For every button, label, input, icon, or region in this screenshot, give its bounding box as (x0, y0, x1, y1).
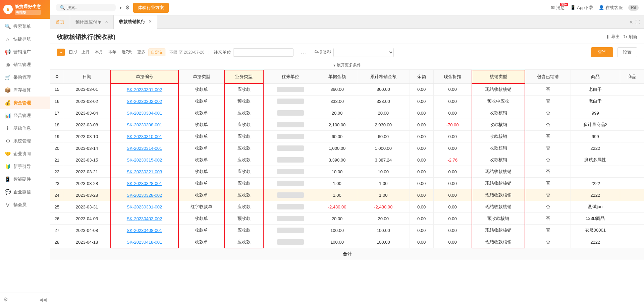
sidebar-item-guide[interactable]: 🔰 新手引导 (0, 160, 50, 173)
td-row-no: 18 (50, 119, 64, 131)
td-goods2 (620, 83, 644, 96)
date-btn-custom[interactable]: 自定义 (149, 49, 165, 56)
app-download-link[interactable]: 📱 App下载 (570, 5, 593, 11)
date-filter-group: 日期 上月 本月 本年 近7天 更多 自定义 (69, 49, 166, 56)
th-settings[interactable]: ⚙ (50, 70, 64, 83)
tab-verify[interactable]: 收款核销执行 ✕ (114, 15, 157, 29)
sidebar-item-system[interactable]: ⚙ 系统管理 (0, 135, 50, 147)
tab-home[interactable]: 首页 (50, 15, 70, 29)
tab-close-verify[interactable]: ✕ (149, 19, 152, 24)
sidebar-item-inventory[interactable]: 📦 库存核算 (0, 84, 50, 97)
chevron-down-icon: ▾ (333, 63, 335, 68)
td-cum-verify: 60.00 (357, 131, 410, 142)
date-btn-this-year[interactable]: 本年 (106, 49, 118, 56)
search-box[interactable]: 🔍 (56, 4, 116, 11)
unit-filter-input[interactable] (233, 48, 293, 57)
td-amount: 333.00 (317, 96, 357, 107)
query-button[interactable]: 查询 (591, 47, 613, 57)
table-row: 18 2023-03-08 SK-20230308-001 收款单 应收款 BL… (50, 119, 644, 131)
sidebar-item-member[interactable]: V 畅会员 (0, 198, 50, 211)
tab-prepay[interactable]: 预计应应付单 ✕ (70, 15, 114, 29)
td-cash-discount: 0.00 (433, 96, 472, 107)
td-include-settled: 否 (525, 119, 571, 131)
sidebar-item-basic[interactable]: ℹ 基础信息 (0, 122, 50, 135)
date-btn-this-month[interactable]: 本月 (93, 49, 105, 56)
td-doc-no: SK-20230408-001 (110, 225, 179, 236)
sidebar-item-wechat[interactable]: 💬 企业微信 (0, 186, 50, 198)
doc-no-link[interactable]: SK-20230321-003 (127, 169, 162, 174)
doc-no-link[interactable]: SK-20230418-001 (127, 240, 162, 245)
settings-button[interactable]: 设置 (617, 47, 637, 57)
tab-close-prepay[interactable]: ✕ (105, 20, 108, 24)
td-cash-discount: -70.00 (433, 119, 472, 131)
td-amount: 1,000.00 (317, 142, 357, 154)
bill-type-select[interactable] (333, 48, 394, 57)
td-goods1: 2222 (571, 189, 620, 201)
td-date: 2023-03-10 (64, 131, 110, 142)
sidebar-item-marketing[interactable]: 📢 营销推广 (0, 46, 50, 58)
td-unit: BLUR (263, 236, 317, 248)
filter-expand-button[interactable]: » (57, 49, 65, 56)
message-link[interactable]: ✉ 消息 99+ (551, 5, 565, 11)
sidebar-item-sales[interactable]: ◎ 销售管理 (0, 58, 50, 71)
date-btn-last-month[interactable]: 上月 (79, 49, 92, 56)
sidebar-item-purchase[interactable]: 🛒 采购管理 (0, 71, 50, 84)
td-goods1: 2222 (571, 236, 620, 248)
refresh-button[interactable]: ↻ 刷新 (623, 34, 637, 40)
tab-expand-icon[interactable]: ⛶ (635, 19, 640, 25)
more-filters-dots[interactable]: ... (298, 50, 310, 55)
td-row-no: 21 (50, 154, 64, 166)
topbar-gear-icon[interactable]: ⚙ (125, 4, 130, 11)
td-row-no: 28 (50, 236, 64, 248)
date-btn-7days[interactable]: 近7天 (120, 49, 134, 56)
doc-no-link[interactable]: SK-20230308-001 (127, 122, 162, 127)
doc-no-link[interactable]: SK-20230315-002 (127, 158, 162, 163)
doc-no-link[interactable]: SK-20230314-001 (127, 146, 162, 151)
sidebar-item-search[interactable]: 🔍 搜索菜单 (0, 20, 50, 33)
collapse-icon[interactable]: ◀◀ (39, 297, 47, 302)
td-cash-discount: -2.76 (433, 154, 472, 166)
th-goods2: 商品 (620, 70, 644, 83)
td-cash-discount: 0.00 (433, 83, 472, 96)
sidebar-item-finance[interactable]: 💰 资金管理 (0, 97, 50, 109)
doc-no-link[interactable]: SK-20230328-001 (127, 181, 162, 186)
export-button[interactable]: ⬆ 导出 (606, 34, 620, 40)
doc-no-link[interactable]: SK-20230331-002 (127, 204, 162, 209)
sidebar-item-hardware[interactable]: 📱 智能硬件 (0, 173, 50, 186)
user-avatar[interactable]: Rit (628, 5, 639, 11)
date-btn-more[interactable]: 更多 (135, 49, 147, 56)
doc-no-link[interactable]: SK-20230304-001 (127, 111, 162, 116)
td-amount: 1.00 (317, 189, 357, 201)
dropdown-toggle[interactable]: ▾ (119, 5, 122, 10)
doc-no-link[interactable]: SK-20230301-002 (127, 87, 162, 92)
table-row: 23 2023-03-28 SK-20230328-001 收款单 应收款 BL… (50, 178, 644, 189)
doc-no-link[interactable]: SK-20230302-002 (127, 99, 162, 104)
td-cash-discount: 0.00 (433, 236, 472, 248)
td-doc-no: SK-20230314-001 (110, 142, 179, 154)
table-total-row: 合计 (50, 248, 644, 260)
doc-no-link[interactable]: SK-20230328-002 (127, 193, 162, 198)
doc-no-link[interactable]: SK-20230403-002 (127, 216, 162, 221)
td-biz-type: 应收款 (224, 83, 263, 96)
sidebar-item-quick[interactable]: ⌂ 快捷导航 (0, 33, 50, 46)
td-include-settled: 否 (525, 189, 571, 201)
tab-close-all-icon[interactable]: ✕ (629, 19, 633, 25)
sidebar: 6 畅捷通好生意 标推版 🔍 搜索菜单 ⌂ 快捷导航 📢 营销推广 ◎ 销售管理… (0, 0, 50, 306)
online-service-link[interactable]: 👤 在线客服 (599, 5, 623, 11)
expand-more-button[interactable]: ▾ 展开更多条件 (333, 62, 361, 68)
doc-no-link[interactable]: SK-20230310-001 (127, 134, 162, 139)
td-cum-verify: -2,430.00 (357, 201, 410, 213)
td-row-no: 27 (50, 225, 64, 236)
td-unit: BLUR (263, 225, 317, 236)
sidebar-item-business[interactable]: 📊 经营管理 (0, 109, 50, 122)
td-goods2 (620, 107, 644, 119)
td-include-settled: 否 (525, 131, 571, 142)
settings-icon[interactable]: ⚙ (3, 296, 8, 303)
sidebar-item-corp[interactable]: 🤝 企业协同 (0, 147, 50, 160)
doc-no-link[interactable]: SK-20230408-001 (127, 228, 162, 233)
search-input[interactable] (67, 5, 107, 10)
solution-button[interactable]: 体验行业方案 (133, 3, 169, 13)
td-include-settled: 否 (525, 178, 571, 189)
table-body: 15 2023-03-01 SK-20230301-002 收款单 应收款 BL… (50, 83, 644, 260)
td-include-settled: 否 (525, 96, 571, 107)
